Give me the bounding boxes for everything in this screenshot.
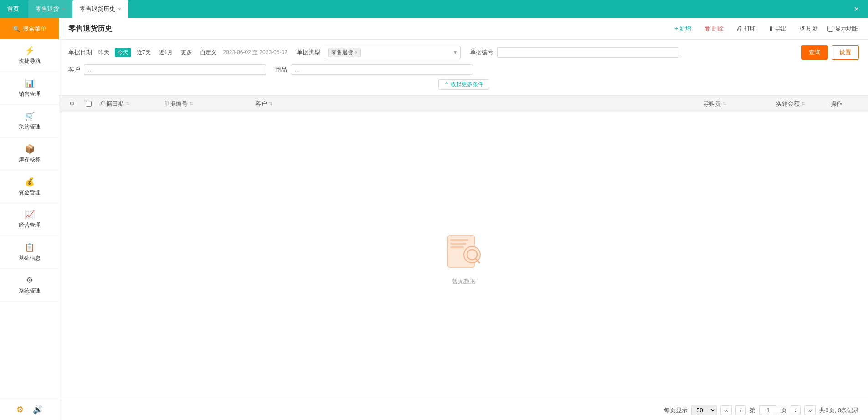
collapse-button[interactable]: ⌃ 收起更多条件 xyxy=(438,79,489,90)
tab-retail-return-close[interactable]: × xyxy=(62,6,65,12)
svg-rect-3 xyxy=(450,246,464,248)
doc-no-filter-label: 单据编号 xyxy=(470,48,493,56)
select-all-checkbox[interactable] xyxy=(86,101,92,107)
new-button[interactable]: + 新增 xyxy=(671,23,695,35)
goods-filter-field: 商品 ... xyxy=(275,64,473,75)
settings-bottom-icon[interactable]: ⚙ xyxy=(16,405,24,415)
sidebar-bottom: ⚙ 🔊 xyxy=(0,399,59,420)
delete-button[interactable]: 🗑 删除 xyxy=(701,23,728,35)
th-amount-sort[interactable]: ⇅ xyxy=(801,101,805,106)
th-order-no: 单据编号 ⇅ xyxy=(160,100,252,108)
settings-button[interactable]: 设置 xyxy=(832,45,859,60)
sidebar-item-quick-nav[interactable]: ⚡ 快捷导航 xyxy=(0,39,59,72)
th-date: 单据日期 ⇅ xyxy=(97,100,160,108)
doc-type-dropdown-arrow: ▾ xyxy=(454,49,457,56)
doc-type-tag-close[interactable]: × xyxy=(355,50,358,55)
date-filter-field: 单据日期 昨天 今天 近7天 近1月 更多 自定义 2023-06-02 至 2… xyxy=(68,48,288,57)
system-mgmt-icon: ⚙ xyxy=(26,275,33,285)
date-opt-1month[interactable]: 近1月 xyxy=(156,48,176,57)
date-opt-today[interactable]: 今天 xyxy=(115,48,131,57)
th-order-no-label: 单据编号 xyxy=(164,100,188,108)
th-guide: 导购员 ⇅ xyxy=(699,100,772,108)
th-customer-sort[interactable]: ⇅ xyxy=(269,101,272,106)
empty-icon xyxy=(441,226,487,272)
page-word: 第 xyxy=(750,406,755,415)
sidebar-item-quick-nav-label: 快捷导航 xyxy=(19,57,41,65)
sidebar-item-operations[interactable]: 📈 经营管理 xyxy=(0,203,59,236)
sidebar-item-sales-mgmt[interactable]: 📊 销售管理 xyxy=(0,72,59,105)
sidebar-item-system-mgmt-label: 系统管理 xyxy=(19,287,41,295)
sidebar-item-system-mgmt[interactable]: ⚙ 系统管理 xyxy=(0,269,59,302)
last-page-button[interactable]: » xyxy=(804,405,816,415)
doc-type-filter-field: 单据类型 零售退货 × ▾ xyxy=(297,46,461,59)
print-button[interactable]: 🖨 打印 xyxy=(733,23,760,35)
filter-row-2: 客户 ... 商品 ... xyxy=(68,64,859,75)
th-customer-label: 客户 xyxy=(255,100,267,108)
th-ops: 操作 xyxy=(827,100,863,108)
total-text: 共0页, 0条记录 xyxy=(819,406,859,415)
collapse-label: 收起更多条件 xyxy=(451,81,483,88)
customer-filter-label: 客户 xyxy=(68,66,80,74)
table-select-all[interactable] xyxy=(80,101,97,107)
first-page-button[interactable]: « xyxy=(720,405,732,415)
sidebar-item-inventory[interactable]: 📦 库存核算 xyxy=(0,138,59,170)
main-layout: 🔍 搜索菜单 ⚡ 快捷导航 📊 销售管理 🛒 采购管理 📦 库存核算 💰 资金管… xyxy=(0,18,868,420)
th-order-no-sort[interactable]: ⇅ xyxy=(190,101,193,106)
audio-bottom-icon[interactable]: 🔊 xyxy=(33,405,43,415)
current-page-input[interactable] xyxy=(759,405,777,415)
customer-input[interactable]: ... xyxy=(84,64,266,75)
table-body: 暂无数据 xyxy=(59,112,868,400)
date-opt-more[interactable]: 更多 xyxy=(178,48,195,57)
table-settings-icon[interactable]: ⚙ xyxy=(64,100,80,107)
sidebar-item-inventory-label: 库存核算 xyxy=(19,156,41,164)
sidebar-item-basic-info[interactable]: 📋 基础信息 xyxy=(0,236,59,269)
export-button[interactable]: ⬆ 导出 xyxy=(765,23,791,35)
tab-retail-return-history[interactable]: 零售退货历史 × xyxy=(72,0,128,18)
table-area: ⚙ 单据日期 ⇅ 单据编号 ⇅ 客户 ⇅ 导购员 ⇅ xyxy=(59,96,868,420)
sidebar-item-sales-label: 销售管理 xyxy=(19,90,41,98)
tab-retail-return-history-close[interactable]: × xyxy=(118,6,121,12)
sidebar-item-finance-label: 资金管理 xyxy=(19,189,41,196)
sidebar-search[interactable]: 🔍 搜索菜单 xyxy=(0,18,59,39)
th-date-label: 单据日期 xyxy=(100,100,124,108)
date-filter-label: 单据日期 xyxy=(68,48,92,56)
sidebar-item-purchase-mgmt[interactable]: 🛒 采购管理 xyxy=(0,105,59,138)
date-opt-yesterday[interactable]: 昨天 xyxy=(96,48,112,57)
sidebar-item-operations-label: 经营管理 xyxy=(19,221,41,229)
purchase-icon: 🛒 xyxy=(25,111,35,121)
next-page-button[interactable]: › xyxy=(791,405,801,415)
th-amount: 实销金额 ⇅ xyxy=(772,100,827,108)
display-detail-checkbox[interactable] xyxy=(827,26,833,32)
date-opt-7days[interactable]: 近7天 xyxy=(134,48,154,57)
prev-page-button[interactable]: ‹ xyxy=(735,405,745,415)
filter-bar: 单据日期 昨天 今天 近7天 近1月 更多 自定义 2023-06-02 至 2… xyxy=(59,40,868,96)
top-bar: 首页 零售退货 × 零售退货历史 × × xyxy=(0,0,868,18)
tab-home[interactable]: 首页 xyxy=(0,0,26,18)
page-size-select[interactable]: 50 20 100 xyxy=(691,405,717,415)
th-guide-label: 导购员 xyxy=(703,100,721,108)
tab-retail-return-label: 零售退货 xyxy=(36,5,59,13)
sidebar-item-finance[interactable]: 💰 资金管理 xyxy=(0,170,59,203)
pagination-bar: 每页显示 50 20 100 « ‹ 第 页 › » 共0页, 0条记录 xyxy=(59,400,868,420)
th-guide-sort[interactable]: ⇅ xyxy=(723,101,726,106)
window-close-button[interactable]: × xyxy=(854,5,859,14)
doc-type-select[interactable]: 零售退货 × ▾ xyxy=(324,46,461,59)
tab-home-label: 首页 xyxy=(7,5,19,13)
goods-input[interactable]: ... xyxy=(291,64,473,75)
th-date-sort[interactable]: ⇅ xyxy=(126,101,129,106)
tab-retail-return[interactable]: 零售退货 × xyxy=(28,0,72,18)
th-customer: 客户 ⇅ xyxy=(252,100,699,108)
query-button[interactable]: 查询 xyxy=(801,45,828,60)
date-opt-custom[interactable]: 自定义 xyxy=(197,48,219,57)
inventory-icon: 📦 xyxy=(25,144,35,154)
filter-row-1: 单据日期 昨天 今天 近7天 近1月 更多 自定义 2023-06-02 至 2… xyxy=(68,45,859,60)
empty-state: 暂无数据 xyxy=(441,226,487,286)
collapse-icon: ⌃ xyxy=(444,82,449,88)
operations-icon: 📈 xyxy=(25,210,35,220)
th-ops-label: 操作 xyxy=(831,100,842,108)
content-area: 零售退货历史 + 新增 🗑 删除 🖨 打印 ⬆ 导出 ↺ 刷新 显示明细 单据日… xyxy=(59,18,868,420)
date-options: 昨天 今天 近7天 近1月 更多 自定义 xyxy=(96,48,219,57)
refresh-button[interactable]: ↺ 刷新 xyxy=(796,23,822,35)
sidebar-search-label: 搜索菜单 xyxy=(23,25,46,33)
doc-no-input[interactable] xyxy=(497,47,679,58)
